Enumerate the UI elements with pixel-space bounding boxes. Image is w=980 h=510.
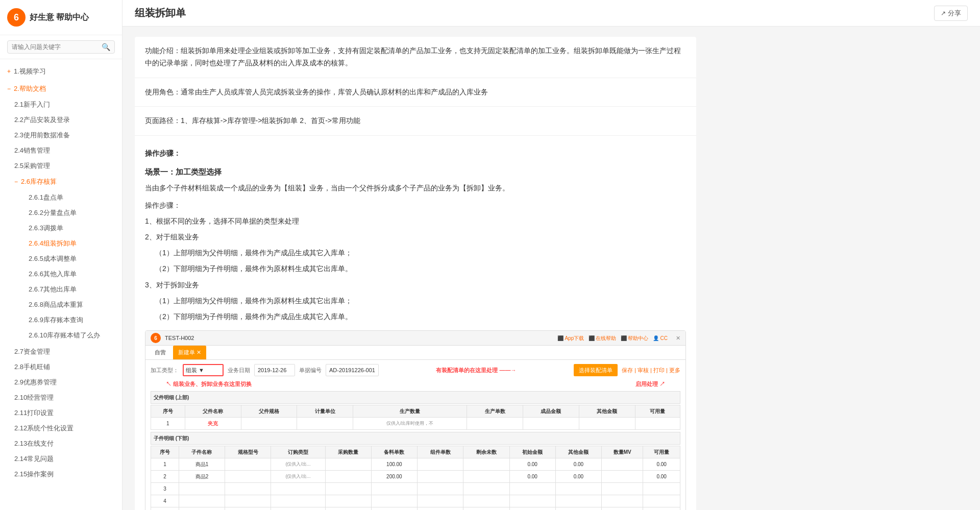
nav-list: + 1.视频学习 − 2.帮助文档 2.1新手入门 2.2产品安装及登录 2.3…: [0, 59, 122, 510]
mock-close-icon: ✕: [676, 333, 680, 343]
th-comp-qty: 组件单数: [418, 446, 463, 458]
intro-text: 功能介绍：组装拆卸单用来处理企业组装或拆卸等加工业务，支持有固定装配清单的产品加…: [145, 45, 686, 69]
nav-sub-list-2: 2.1新手入门 2.2产品安装及登录 2.3使用前数据准备 2.4销售管理 2.…: [0, 97, 122, 482]
mock-top-icons: ⬛ App下载 ⬛ 在线帮助 ⬛ 帮助中心 👤 CC: [557, 334, 668, 343]
sidebar-item-faq[interactable]: 2.14常见问题: [14, 451, 122, 467]
mock-body: 加工类型： 组装 ▼ 业务日期 2019-12-26 单据编号 AD-20191…: [145, 360, 685, 510]
sidebar-item-online-pay[interactable]: 2.13在线支付: [14, 436, 122, 451]
sidebar-item-ops[interactable]: 2.10经营管理: [14, 390, 122, 405]
mock-header: 6 TEST-H002 ⬛ App下载 ⬛ 在线帮助 ⬛ 帮助中心 👤 CC ✕: [145, 331, 685, 346]
scene1-title: 场景一：加工类型选择: [145, 165, 686, 179]
search-area: 🔍: [0, 35, 122, 59]
mock-select-bom-btn[interactable]: 选择装配清单: [574, 364, 618, 377]
screenshot-container: 6 TEST-H002 ⬛ App下载 ⬛ 在线帮助 ⬛ 帮助中心 👤 CC ✕…: [145, 330, 686, 510]
sidebar-item-help-docs[interactable]: − 2.帮助文档: [0, 81, 122, 97]
step-3-2: （2）下部明细为子件明细，最终作为产成品生成其它入库单。: [145, 310, 686, 323]
td-prod-bill-1: [467, 418, 523, 430]
th-order-type: 订购类型: [271, 446, 325, 458]
sidebar-item-cases[interactable]: 2.15操作案例: [14, 467, 122, 482]
td-prod-amt-1: [523, 418, 579, 430]
th-unit: 计量单位: [297, 405, 353, 418]
sidebar-item-assembly[interactable]: 2.6.4组装拆卸单: [29, 236, 122, 251]
table-row-bot-5: 5: [151, 507, 680, 510]
annotation-type-text: ↖ 组装业务、拆卸业务在这里切换: [151, 379, 252, 389]
th-prod-amt: 成品金额: [523, 405, 579, 418]
th-other-amt: 其他金额: [579, 405, 635, 418]
mock-date-label: 业务日期: [228, 366, 250, 375]
mock-logo: 6: [151, 333, 161, 343]
th-avail-bot: 可用量: [643, 446, 680, 458]
th-parent-name: 父件名称: [185, 405, 241, 418]
mock-save-label: 保存 | 审核 | 打印 | 更多: [622, 366, 680, 375]
share-icon: ↗: [941, 10, 946, 17]
mock-tab-ziying[interactable]: 自营: [150, 346, 171, 359]
mock-date-input[interactable]: 2019-12-26: [254, 364, 295, 377]
td-unit-1: [297, 418, 353, 430]
th-other-amt-bot: 其他金额: [555, 446, 601, 458]
sidebar-item-sales[interactable]: 2.4销售管理: [14, 143, 122, 158]
sidebar-item-split-stocktake[interactable]: 2.6.2分量盘点单: [29, 205, 122, 221]
sidebar-item-cost-adj[interactable]: 2.6.5成本调整单: [29, 251, 122, 266]
sidebar-item-install[interactable]: 2.2产品安装及登录: [14, 112, 122, 128]
mock-form-row-1: 加工类型： 组装 ▼ 业务日期 2019-12-26 单据编号 AD-20191…: [151, 364, 680, 377]
sidebar-item-inv-book[interactable]: 2.6.9库存账本查询: [29, 312, 122, 328]
sidebar-item-other-out[interactable]: 2.6.7其他出库单: [29, 282, 122, 297]
sidebar-item-inventory[interactable]: − 2.6库存核算: [14, 174, 122, 190]
sidebar: 6 好生意 帮助中心 🔍 + 1.视频学习 − 2.帮助文档 2.1新手入门 2…: [0, 0, 122, 510]
sidebar-item-transfer[interactable]: 2.6.3调拨单: [29, 221, 122, 236]
sidebar-item-label-2: 2.帮助文档: [14, 84, 46, 93]
operations-title: 操作步骤：: [145, 147, 686, 160]
nav-group-1: + 1.视频学习: [0, 63, 122, 80]
sidebar-item-purchase[interactable]: 2.5采购管理: [14, 158, 122, 174]
mock-bill-label: 单据编号: [299, 366, 322, 375]
mock-bill-input[interactable]: AD-20191226-001: [326, 364, 379, 377]
table-row-top-1: 1 夹克 仅供入/出库时使用，不: [151, 418, 680, 430]
search-input[interactable]: [12, 43, 102, 51]
th-avail-top: 可用量: [635, 405, 680, 418]
path-section: 页面路径：1、库存核算->库存管理->组装拆卸单 2、首页->常用功能: [135, 107, 696, 136]
th-purch-qty: 采购数量: [325, 446, 371, 458]
td-avail-1: [635, 418, 680, 430]
sidebar-item-stocktake[interactable]: 2.6.1盘点单: [29, 190, 122, 205]
main-content: 组装拆卸单 ↗ 分享 功能介绍：组装拆卸单用来处理企业组装或拆卸等加工业务，支持…: [122, 0, 980, 510]
sidebar-item-cost-recalc[interactable]: 2.6.8商品成本重算: [29, 297, 122, 312]
sidebar-item-label-2-6: 2.6库存核算: [21, 177, 57, 186]
sidebar-item-mobile[interactable]: 2.8手机旺铺: [14, 359, 122, 375]
mock-tab-bar: 自营 新建单 ✕: [145, 346, 685, 360]
sidebar-item-finance[interactable]: 2.7资金管理: [14, 344, 122, 359]
sidebar-item-video[interactable]: + 1.视频学习: [0, 63, 122, 80]
minus-icon-2-6: −: [14, 178, 18, 185]
mock-tab-neworder[interactable]: 新建单 ✕: [173, 346, 206, 359]
logo-area: 6 好生意 帮助中心: [0, 0, 122, 35]
page-title: 组装拆卸单: [135, 6, 186, 20]
minus-icon-2: −: [7, 85, 11, 92]
sidebar-item-label-1: 1.视频学习: [14, 67, 46, 76]
mock-upper-table-label: 父件明细 (上部): [151, 391, 680, 404]
screenshot-mockup: 6 TEST-H002 ⬛ App下载 ⬛ 在线帮助 ⬛ 帮助中心 👤 CC ✕…: [145, 331, 685, 510]
sidebar-item-newcomer[interactable]: 2.1新手入门: [14, 97, 122, 112]
mock-type-label: 加工类型：: [151, 366, 179, 375]
th-spec: 规格型号: [225, 446, 271, 458]
share-button[interactable]: ↗ 分享: [934, 6, 968, 21]
td-parent-name-1: 夹克: [185, 418, 241, 430]
sidebar-item-print[interactable]: 2.11打印设置: [14, 405, 122, 421]
step-3-1: （1）上部明细为父件明细，最终作为原材料生成其它出库单；: [145, 295, 686, 307]
step-1: 1、根据不同的业务，选择不同单据的类型来处理: [145, 215, 686, 228]
mock-type-select[interactable]: 组装 ▼: [183, 364, 224, 377]
step-2-1: （1）上部明细为父件明细，最终作为产成品生成其它入库单；: [145, 247, 686, 259]
search-wrap: 🔍: [7, 40, 115, 54]
nav-group-2: − 2.帮助文档 2.1新手入门 2.2产品安装及登录 2.3使用前数据准备 2…: [0, 81, 122, 482]
th-prod-bill: 生产单数: [467, 405, 523, 418]
td-other-amt-1: [579, 418, 635, 430]
content-box: 功能介绍：组装拆卸单用来处理企业组装或拆卸等加工业务，支持有固定装配清单的产品加…: [135, 37, 696, 510]
table-row-bot-1: 1 商品1 (仅供入/出... 100.00 0.00: [151, 458, 680, 471]
sidebar-item-customize[interactable]: 2.12系统个性化设置: [14, 421, 122, 436]
search-icon[interactable]: 🔍: [102, 43, 110, 51]
sidebar-item-inv-book-error[interactable]: 2.6.10库存账本错了么办: [29, 328, 122, 343]
sidebar-item-coupon[interactable]: 2.9优惠券管理: [14, 375, 122, 390]
sidebar-item-data-prep[interactable]: 2.3使用前数据准备: [14, 128, 122, 143]
sidebar-item-other-in[interactable]: 2.6.6其他入库单: [29, 266, 122, 282]
th-parent-spec: 父件规格: [241, 405, 297, 418]
table-row-bot-2: 2 商品2 (仅供入/出... 200.00 0.00: [151, 471, 680, 483]
steps-sub-title: 操作步骤：: [145, 199, 686, 212]
